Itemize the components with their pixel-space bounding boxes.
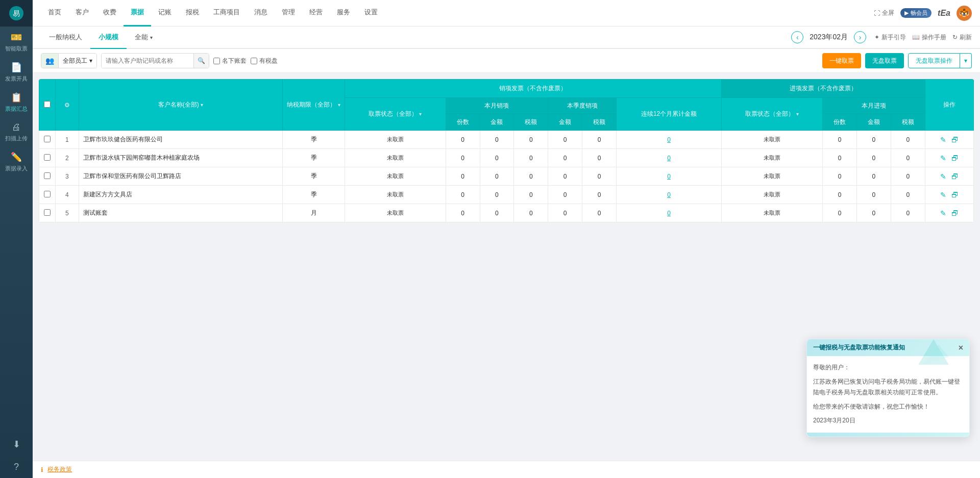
nav-message[interactable]: 消息 xyxy=(247,0,275,27)
sidebar-item-smart-fetch[interactable]: 🎫 智能取票 xyxy=(0,27,33,57)
nav-business[interactable]: 工商项目 xyxy=(206,0,247,27)
table-row: 2 卫辉市汲水镇下园闸窑嘟普木种植家庭农场 季 未取票 0 0 0 0 0 0 … xyxy=(39,149,974,167)
under-account-checkbox[interactable]: 名下账套 xyxy=(213,57,247,65)
manual-button[interactable]: 📖 操作手册 xyxy=(912,33,946,42)
row-sales-12months: 0 xyxy=(617,149,722,167)
scan-upload-icon: 🖨 xyxy=(12,122,21,133)
edit-icon[interactable]: ✎ xyxy=(939,136,948,144)
nav-management[interactable]: 管理 xyxy=(275,0,302,27)
no-disk-operation-dropdown[interactable]: ▾ xyxy=(960,53,972,68)
row-sales-monthly-amount: 0 xyxy=(480,149,514,167)
row-checkbox[interactable] xyxy=(44,191,51,197)
employee-filter-dropdown[interactable]: 全部员工 ▾ xyxy=(59,54,96,68)
row-checkbox[interactable] xyxy=(44,154,51,161)
chevron-down-icon: ▾ xyxy=(150,35,153,40)
fullscreen-toggle[interactable]: ⛶ 全屏 xyxy=(874,9,894,17)
row-checkbox[interactable] xyxy=(44,136,51,142)
row-checkbox[interactable] xyxy=(44,172,51,179)
tab-small-scale[interactable]: 小规模 xyxy=(90,27,127,49)
edit-icon[interactable]: ✎ xyxy=(939,154,948,162)
sidebar-item-issue-invoice[interactable]: 📄 发票开具 xyxy=(0,57,33,87)
row-purchase-monthly-count: 0 xyxy=(823,186,857,204)
row-purchase-monthly-tax: 0 xyxy=(891,204,925,222)
view-icon[interactable]: 🗗 xyxy=(950,172,960,181)
sidebar-item-invoice-summary[interactable]: 📋 票据汇总 xyxy=(0,87,33,117)
sidebar-download-icon[interactable]: ⬇ xyxy=(0,433,33,456)
search-button[interactable]: 🔍 xyxy=(193,54,209,68)
nav-invoice[interactable]: 票据 xyxy=(124,0,151,27)
row-tax-period: 月 xyxy=(283,204,345,222)
table-header-purchase-status: 取票状态（全部） ▾ xyxy=(722,98,823,131)
sidebar-item-label: 扫描上传 xyxy=(5,135,28,142)
nav-home[interactable]: 首页 xyxy=(41,0,68,27)
new-guide-button[interactable]: ✦ 新手引导 xyxy=(874,33,906,42)
invoice-entry-icon: ✏️ xyxy=(11,152,22,163)
refresh-icon: ↻ xyxy=(952,34,958,41)
filter-icon[interactable]: ▾ xyxy=(338,102,340,108)
view-icon[interactable]: 🗗 xyxy=(950,136,960,144)
row-sales-monthly-count: 0 xyxy=(446,186,480,204)
view-icon[interactable]: 🗗 xyxy=(950,209,960,217)
vip-badge[interactable]: ▶ 畅会员 xyxy=(900,8,932,18)
manual-icon: 📖 xyxy=(912,34,920,41)
sidebar-help-icon[interactable]: ? xyxy=(0,456,33,478)
select-all-checkbox[interactable] xyxy=(44,101,51,108)
nav-service[interactable]: 服务 xyxy=(330,0,357,27)
notification-decoration xyxy=(918,339,949,365)
row-sales-12months: 0 xyxy=(617,204,722,222)
edit-icon[interactable]: ✎ xyxy=(939,172,948,181)
row-client-name: 新建区方方文具店 xyxy=(79,186,283,204)
nav-tax[interactable]: 报税 xyxy=(179,0,206,27)
has-tax-disk-checkbox[interactable]: 有税盘 xyxy=(251,57,278,65)
notification-header: 一键报税与无盘取票功能恢复通知 × xyxy=(807,339,969,356)
edit-icon[interactable]: ✎ xyxy=(939,191,948,199)
sidebar-item-scan-upload[interactable]: 🖨 扫描上传 xyxy=(0,117,33,146)
client-search[interactable]: 🔍 xyxy=(101,53,209,68)
toolbar: 👥 全部员工 ▾ 🔍 名下账套 有税盘 xyxy=(33,49,980,73)
notification-close-button[interactable]: × xyxy=(959,344,963,352)
user-avatar[interactable]: 🐯 xyxy=(957,6,972,21)
tax-policy-link[interactable]: 税务政策 xyxy=(47,465,72,474)
tab-all[interactable]: 全能 ▾ xyxy=(127,27,161,49)
sidebar-bottom: ⬇ ? xyxy=(0,433,33,478)
table-row: 1 卫辉市玖玖健合医药有限公司 季 未取票 0 0 0 0 0 0 未取票 0 … xyxy=(39,131,974,149)
filter-icon[interactable]: ▾ xyxy=(796,111,799,117)
search-input[interactable] xyxy=(102,54,193,68)
view-icon[interactable]: 🗗 xyxy=(950,154,960,162)
has-tax-disk-checkbox-input[interactable] xyxy=(251,58,257,64)
row-purchase-monthly-amount: 0 xyxy=(856,149,891,167)
nav-collection[interactable]: 收费 xyxy=(96,0,124,27)
row-purchase-status: 未取票 xyxy=(722,167,823,186)
table-row: 3 卫辉市保和堂医药有限公司卫辉路店 季 未取票 0 0 0 0 0 0 未取票… xyxy=(39,167,974,186)
next-month-button[interactable]: › xyxy=(854,31,866,43)
one-click-fetch-button[interactable]: 一键取票 xyxy=(822,53,861,68)
row-sales-monthly-amount: 0 xyxy=(480,167,514,186)
edit-icon[interactable]: ✎ xyxy=(939,209,948,217)
employee-filter-icon: 👥 xyxy=(41,54,59,68)
nav-settings[interactable]: 设置 xyxy=(357,0,385,27)
row-checkbox-cell xyxy=(39,204,56,222)
row-sales-monthly-amount: 0 xyxy=(480,204,514,222)
tab-general[interactable]: 一般纳税人 xyxy=(41,27,90,49)
nav-bookkeeping[interactable]: 记账 xyxy=(151,0,179,27)
employee-filter[interactable]: 👥 全部员工 ▾ xyxy=(41,53,97,68)
sidebar-item-invoice-entry[interactable]: ✏️ 票据录入 xyxy=(0,146,33,177)
no-disk-fetch-button[interactable]: 无盘取票 xyxy=(865,53,904,68)
refresh-button[interactable]: ↻ 刷新 xyxy=(952,33,972,42)
filter-icon[interactable]: ▾ xyxy=(419,111,422,117)
row-checkbox[interactable] xyxy=(44,209,51,216)
svg-text:易: 易 xyxy=(13,10,20,17)
row-purchase-monthly-count: 0 xyxy=(823,131,857,149)
row-num: 1 xyxy=(56,131,79,149)
prev-month-button[interactable]: ‹ xyxy=(791,31,803,43)
no-disk-operation-button[interactable]: 无盘取票操作 xyxy=(908,53,960,68)
row-purchase-monthly-amount: 0 xyxy=(856,131,891,149)
table-header-client-name: 客户名称(全部) ▾ xyxy=(79,80,283,131)
filter-icon[interactable]: ▾ xyxy=(201,102,203,108)
row-sales-status: 未取票 xyxy=(345,167,446,186)
row-purchase-status: 未取票 xyxy=(722,131,823,149)
under-account-checkbox-input[interactable] xyxy=(213,58,220,64)
nav-customer[interactable]: 客户 xyxy=(68,0,96,27)
view-icon[interactable]: 🗗 xyxy=(950,191,960,199)
nav-operation[interactable]: 经营 xyxy=(302,0,330,27)
